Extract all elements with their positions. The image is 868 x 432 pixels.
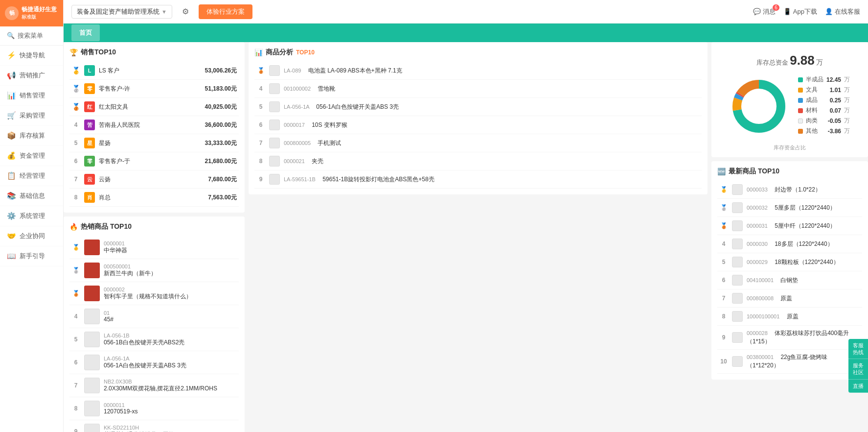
ts-rank-9: 9 xyxy=(256,176,265,183)
service-label: 在线客服 xyxy=(835,7,860,16)
marketing-label: 营销推广 xyxy=(20,71,45,80)
hot-products-title: 🔥 热销商品 TOP10 xyxy=(69,222,239,231)
ts-rank-8: 8 xyxy=(256,158,265,165)
hot-product-item: 🥇 0000001 中华神器 xyxy=(69,236,239,259)
ts-name-3: 056-1A白色按键开关盖ABS 3壳 xyxy=(316,103,399,110)
rank-6-name: 零售客户-于 xyxy=(99,157,201,166)
settings-button[interactable]: ⚙ xyxy=(178,4,193,19)
np-rank-2: 🥈 xyxy=(719,204,728,211)
rank-3-medal: 🥉 xyxy=(71,103,80,111)
legend-dot-3 xyxy=(798,98,803,103)
sidebar: 畅 畅捷通好生意 标准版 🔍 搜索菜单 ⚡ 快捷导航 📢 营销推广 📊 销售管理… xyxy=(0,0,64,432)
np-item: 7 000800008 原盖 xyxy=(717,289,862,308)
sidebar-item-sales[interactable]: 📊 销售管理 xyxy=(0,86,63,106)
np-img-4 xyxy=(732,239,743,249)
sidebar-item-collab[interactable]: 🤝 企业协同 xyxy=(0,226,63,246)
ts-code-6: 0000021 xyxy=(284,158,310,164)
online-service-btn[interactable]: 👤 在线客服 xyxy=(825,7,860,16)
trial-btn[interactable]: 体验行业方案 xyxy=(199,4,252,19)
hp-rank-3: 🥉 xyxy=(71,290,80,297)
rank-3-avatar: 红 xyxy=(84,101,95,112)
system-selector[interactable]: 装备及固定资产辅助管理系统 ▼ xyxy=(71,5,172,19)
inventory-sub-label: 库存资金占比 xyxy=(717,144,862,151)
rank-4-amount: 36,600.00元 xyxy=(205,121,237,129)
finance-label: 资金管理 xyxy=(20,151,45,160)
rank-5-avatar: 星 xyxy=(84,138,95,148)
ts-item: 7 000800005 手机测试 xyxy=(254,134,702,152)
rank-item: 🥉 红 红太阳文具 40,925.00元 xyxy=(69,98,239,116)
rank-8-name: 肖总 xyxy=(99,193,204,202)
np-code-4: 0000030 xyxy=(747,241,773,247)
sales-icon: 📊 xyxy=(7,91,16,100)
hp-name-9: 花语萌恒温分罐罐袋（厚款） xyxy=(104,431,180,432)
hp-code-6: LA-056-1A xyxy=(104,356,186,361)
app-download-btn[interactable]: 📱 App下载 xyxy=(783,7,817,16)
sidebar-item-marketing[interactable]: 📢 营销推广 xyxy=(0,66,63,86)
np-name-8: 原盖 xyxy=(787,313,799,320)
rank-6-amount: 21,680.00元 xyxy=(205,157,237,166)
hp-img-3 xyxy=(84,286,100,301)
sidebar-item-system[interactable]: ⚙️ 系统管理 xyxy=(0,206,63,226)
rank-1-medal: 🥇 xyxy=(71,67,80,74)
float-btn-live[interactable]: 直播 xyxy=(848,380,868,393)
legend-val-5: -0.05 xyxy=(828,118,841,124)
rank-5-num: 5 xyxy=(71,140,80,146)
legend-val-3: 0.25 xyxy=(830,97,841,104)
sidebar-item-quick-nav[interactable]: ⚡ 快捷导航 xyxy=(0,46,63,66)
sidebar-item-guide[interactable]: 📖 新手引导 xyxy=(0,246,63,266)
new-icon: 🆕 xyxy=(717,168,726,175)
logo-app-name: 畅捷通好生意 xyxy=(22,6,57,14)
purchase-label: 采购管理 xyxy=(20,111,45,120)
inventory-label: 库存核算 xyxy=(20,131,45,140)
legend-item: 肉类 -0.05 万 xyxy=(798,117,850,125)
rank-8-num: 8 xyxy=(71,194,80,201)
sidebar-item-basics[interactable]: 📚 基础信息 xyxy=(0,186,63,206)
np-item: 9 0000028 体彩荔枝味苏打饮品400毫升（1*15） xyxy=(717,326,862,350)
float-btn-community[interactable]: 服务社区 xyxy=(848,359,868,380)
inventory-amount: 9.88 xyxy=(790,53,815,68)
operations-icon: 📋 xyxy=(7,171,16,180)
np-code-8: 10000100001 xyxy=(747,313,785,319)
np-item: 4 0000030 18多层（1220*2440） xyxy=(717,235,862,253)
tab-home[interactable]: 首页 xyxy=(71,24,100,41)
sales-label: 销售管理 xyxy=(20,91,45,100)
sidebar-item-purchase[interactable]: 🛒 采购管理 xyxy=(0,106,63,126)
sidebar-item-finance[interactable]: 💰 资金管理 xyxy=(0,146,63,166)
messages-btn[interactable]: 💬 消息 6 xyxy=(753,7,776,16)
legend-val-1: 12.45 xyxy=(826,76,841,83)
sidebar-item-inventory[interactable]: 📦 库存核算 xyxy=(0,126,63,146)
inventory-label: 库存总资金 xyxy=(756,59,788,66)
hot-product-item: 5 LA-056-1B 056-1B白色按键开关壳ABS2壳 xyxy=(69,328,239,351)
hp-name-3: 智利车子里（规格不知道填什么） xyxy=(104,292,192,301)
basics-icon: 📚 xyxy=(7,192,16,200)
np-rank-7: 7 xyxy=(719,295,728,302)
hp-rank-2: 🥈 xyxy=(71,267,80,274)
rank-3-amount: 40,925.00元 xyxy=(205,103,237,111)
hot-product-item: 8 0000011 12070519-xs xyxy=(69,397,239,420)
rank-4-name: 苦南县人民医院 xyxy=(99,121,201,129)
ts-item: 5 LA-056-1A 056-1A白色按键开关盖ABS 3壳 xyxy=(254,98,702,116)
hp-code-4: 01 xyxy=(104,310,114,316)
sidebar-item-operations[interactable]: 📋 经营管理 xyxy=(0,166,63,186)
inventory-icon: 📦 xyxy=(7,131,16,140)
hp-img-1 xyxy=(84,240,100,255)
hp-name-1: 中华神器 xyxy=(104,246,127,255)
ts-rank-5: 5 xyxy=(256,103,265,110)
legend-name-4: 材料 xyxy=(806,106,827,115)
ts-rank-3: 🥉 xyxy=(256,67,265,74)
legend-item: 材料 0.07 万 xyxy=(798,106,850,115)
content-area: 🏆 销售TOP10 🥇 L LS 客户 53,006.26元 🥈 零 零售客户-… xyxy=(64,42,868,432)
sidebar-search[interactable]: 🔍 搜索菜单 xyxy=(0,26,63,46)
rank-7-num: 7 xyxy=(71,176,80,183)
rank-6-num: 6 xyxy=(71,158,80,165)
ts-code-1: LA-089 xyxy=(284,68,306,73)
np-code-5: 0000029 xyxy=(747,259,773,265)
hp-code-7: NB2.0X30B xyxy=(104,379,217,384)
ts-rank-6: 6 xyxy=(256,121,265,128)
rank-2-avatar: 零 xyxy=(84,83,95,94)
ts-name-7: 59651-1B旋转投影灯电池盒ABS黑色+58壳 xyxy=(322,176,434,183)
ts-img-4 xyxy=(269,120,280,130)
system-name: 装备及固定资产辅助管理系统 xyxy=(77,7,160,16)
ts-code-2: 001000002 xyxy=(284,86,316,92)
float-btn-service[interactable]: 客服热线 xyxy=(848,339,868,360)
